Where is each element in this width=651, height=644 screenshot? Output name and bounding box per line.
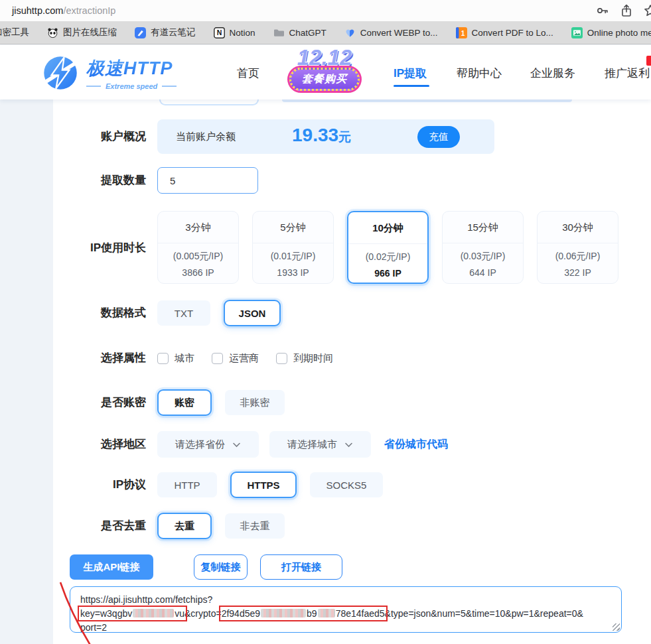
notion-icon: N — [214, 27, 225, 38]
page: jisuhttp.com/extractionIp 加密工具 — [0, 0, 651, 644]
auth-label: 是否账密 — [53, 389, 146, 416]
password-key-icon[interactable] — [595, 3, 610, 18]
checkbox-expire-time[interactable]: 到期时间 — [276, 352, 333, 365]
censored-crypto-segment — [261, 609, 306, 617]
generate-api-link-button[interactable]: 生成API链接 — [70, 554, 153, 580]
nav-active-underline — [394, 85, 429, 87]
city-select[interactable]: 请选择城市 — [269, 431, 371, 458]
duration-option-10min-selected[interactable]: 10分钟 (0.02元/IP) 966 IP — [347, 211, 429, 284]
duration-option-15min[interactable]: 15分钟 (0.03元/IP) 644 IP — [442, 211, 524, 284]
bookmark-star-icon[interactable] — [643, 3, 651, 18]
checkbox-box[interactable] — [212, 353, 223, 364]
pdf-icon: 1 — [456, 27, 467, 38]
region-row: 选择地区 请选择省份 请选择城市 省份城市代码 — [53, 431, 651, 458]
hot-badge — [646, 56, 651, 66]
bookmark-label: Convert WEBP to... — [360, 28, 438, 38]
actions-row: 生成API链接 复制链接 打开链接 — [53, 554, 651, 580]
cutoff-element — [159, 99, 259, 105]
censored-crypto-segment — [318, 609, 335, 617]
api-url-line3: port=2 — [80, 621, 611, 633]
checkbox-box[interactable] — [276, 353, 287, 364]
bookmark-item[interactable]: N Notion — [214, 27, 255, 38]
dedupe-option-no[interactable]: 非去重 — [225, 513, 285, 539]
quantity-label: 提取数量 — [53, 167, 146, 194]
cutoff-strip — [282, 99, 572, 102]
checkbox-city[interactable]: 城市 — [157, 352, 194, 365]
crypto-highlight-box: 2f94d5e9b978e14faed5 — [222, 608, 385, 619]
auth-option-account-selected[interactable]: 账密 — [157, 389, 212, 416]
folder-icon — [273, 27, 285, 38]
nav-promotion-rebate[interactable]: 推广返利 — [605, 66, 650, 81]
nav-help-center[interactable]: 帮助中心 — [457, 66, 502, 81]
heart-icon — [344, 27, 356, 38]
api-url-textarea[interactable]: https://api.jisuhttp.com/fetchips? key=w… — [70, 586, 622, 633]
promo-date-text: 12.12 — [286, 46, 363, 69]
province-city-code-link[interactable]: 省份城市代码 — [384, 438, 448, 452]
protocol-option-socks5[interactable]: SOCKS5 — [310, 472, 383, 497]
api-url-line1: https://api.jisuhttp.com/fetchips? — [80, 593, 611, 607]
bookmark-label: 有道云笔记 — [151, 27, 196, 38]
bookmarks-bar: 加密工具 图片在线压缩 有道云笔记 N Notion ChatGPT — [0, 21, 651, 44]
protocol-label: IP协议 — [53, 472, 146, 498]
checkbox-box[interactable] — [157, 353, 169, 364]
bookmark-label: ChatGPT — [289, 28, 326, 38]
copy-link-button[interactable]: 复制链接 — [194, 554, 248, 580]
account-label: 账户概况 — [53, 119, 146, 154]
textarea-resize-handle[interactable] — [613, 623, 620, 631]
duration-option-5min[interactable]: 5分钟 (0.01元/IP) 1933 IP — [252, 211, 334, 284]
protocol-option-https-selected[interactable]: HTTPS — [230, 472, 297, 498]
format-row: 数据格式 TXT JSON — [53, 300, 651, 326]
url-domain: jisuhttp.com — [12, 5, 63, 16]
protocol-row: IP协议 HTTP HTTPS SOCKS5 — [53, 472, 651, 498]
bookmark-label: Notion — [230, 28, 255, 38]
open-link-button[interactable]: 打开链接 — [260, 554, 342, 580]
bookmark-item[interactable]: 图片在线压缩 — [47, 27, 117, 38]
browser-url-bar[interactable]: jisuhttp.com/extractionIp — [0, 0, 651, 21]
region-label: 选择地区 — [53, 431, 146, 458]
account-row: 账户概况 当前账户余额 19.33元 充值 — [53, 119, 651, 154]
nav-ip-extract[interactable]: IP提取 — [394, 66, 427, 81]
youdao-icon — [135, 27, 146, 38]
bookmark-item[interactable]: 加密工具 — [0, 27, 29, 38]
site-logo[interactable]: 极速HTTP Extreme speed — [42, 55, 177, 91]
bookmark-label: Convert PDF to Lo... — [472, 28, 553, 38]
dedupe-row: 是否去重 去重 非去重 — [53, 513, 651, 539]
promo-buy-button[interactable]: 套餐购买 — [289, 68, 360, 91]
format-option-json-selected[interactable]: JSON — [224, 300, 281, 326]
bookmark-label: 图片在线压缩 — [63, 27, 117, 38]
censored-key-segment — [133, 609, 174, 617]
duration-row: IP使用时长 3分钟 (0.005元/IP) 3866 IP 5分钟 (0.01… — [53, 211, 651, 284]
bookmark-item[interactable]: 1 Convert PDF to Lo... — [456, 27, 553, 38]
dedupe-option-yes-selected[interactable]: 去重 — [157, 513, 212, 539]
balance-amount: 19.33元 — [292, 125, 351, 146]
result-row: https://api.jisuhttp.com/fetchips? key=w… — [53, 586, 651, 633]
panda-icon — [47, 27, 58, 38]
checkbox-carrier[interactable]: 运营商 — [212, 352, 259, 365]
format-option-txt[interactable]: TXT — [157, 300, 210, 326]
duration-option-30min[interactable]: 30分钟 (0.06元/IP) 322 IP — [537, 211, 618, 284]
logo-title: 极速HTTP — [86, 56, 177, 80]
address-text[interactable]: jisuhttp.com/extractionIp — [12, 5, 115, 16]
bookmark-item[interactable]: Convert WEBP to... — [344, 27, 438, 38]
duration-option-3min[interactable]: 3分钟 (0.005元/IP) 3866 IP — [157, 211, 239, 284]
bookmark-item[interactable]: ChatGPT — [273, 27, 326, 38]
quantity-input[interactable] — [157, 167, 258, 194]
share-icon[interactable] — [619, 3, 634, 18]
bookmark-item[interactable]: 有道云笔记 — [135, 27, 196, 38]
bookmark-label: Online photo meta... — [587, 28, 651, 38]
bookmark-item[interactable]: Online photo meta... — [571, 27, 651, 38]
recharge-button[interactable]: 充值 — [417, 126, 460, 148]
attributes-row: 选择属性 城市 运营商 到期时间 — [53, 350, 651, 366]
nav-home[interactable]: 首页 — [237, 66, 259, 81]
svg-text:N: N — [216, 29, 222, 36]
auth-row: 是否账密 账密 非账密 — [53, 389, 651, 416]
protocol-option-http[interactable]: HTTP — [157, 472, 217, 497]
province-select[interactable]: 请选择省份 — [157, 431, 259, 458]
lightning-logo-icon — [42, 55, 78, 91]
nav-enterprise[interactable]: 企业服务 — [530, 66, 575, 81]
promo-banner[interactable]: 12.12 套餐购买 — [286, 46, 363, 97]
attributes-label: 选择属性 — [53, 350, 146, 366]
api-url-line2: key=w3qgbvvu&crypto=2f94d5e9b978e14faed5… — [80, 607, 611, 621]
auth-option-no-account[interactable]: 非账密 — [225, 390, 285, 415]
site-header: 极速HTTP Extreme speed 首页 12.12 套餐购买 IP提取 … — [0, 45, 651, 99]
